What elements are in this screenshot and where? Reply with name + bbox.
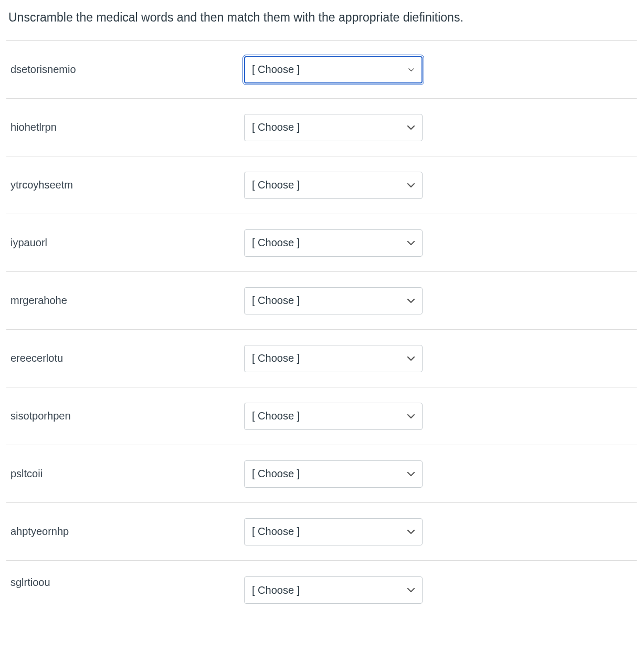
definition-select[interactable]: [ Choose ] xyxy=(244,345,423,372)
chevron-down-icon xyxy=(407,298,415,303)
select-value: [ Choose ] xyxy=(252,237,300,249)
select-wrap: [ Choose ] xyxy=(244,576,423,604)
match-row: dsetorisnemio[ Choose ] xyxy=(6,40,637,98)
select-value: [ Choose ] xyxy=(252,179,300,191)
match-row: sglrtioou[ Choose ] xyxy=(6,560,637,608)
definition-select[interactable]: [ Choose ] xyxy=(244,229,423,257)
chevron-down-icon xyxy=(407,414,415,418)
select-wrap: [ Choose ] xyxy=(244,229,423,257)
select-wrap: [ Choose ] xyxy=(244,114,423,141)
definition-select[interactable]: [ Choose ] xyxy=(244,172,423,199)
scrambled-word: sisotporhpen xyxy=(10,410,244,422)
select-wrap: [ Choose ] xyxy=(244,345,423,372)
scrambled-word: hiohetlrpn xyxy=(10,121,244,133)
scrambled-word: mrgerahohe xyxy=(10,295,244,307)
select-value: [ Choose ] xyxy=(252,352,300,364)
match-row: mrgerahohe[ Choose ] xyxy=(6,271,637,329)
match-rows: dsetorisnemio[ Choose ] hiohetlrpn[ Choo… xyxy=(6,40,637,608)
match-row: sisotporhpen[ Choose ] xyxy=(6,387,637,445)
chevron-down-icon xyxy=(407,588,415,593)
match-row: hiohetlrpn[ Choose ] xyxy=(6,98,637,156)
scrambled-word: dsetorisnemio xyxy=(10,64,244,76)
select-value: [ Choose ] xyxy=(252,295,300,307)
scrambled-word: psltcoii xyxy=(10,468,244,480)
definition-select[interactable]: [ Choose ] xyxy=(244,518,423,545)
select-wrap: [ Choose ] xyxy=(244,56,423,83)
select-value: [ Choose ] xyxy=(252,64,300,76)
definition-select[interactable]: [ Choose ] xyxy=(244,576,423,604)
scrambled-word: ereecerlotu xyxy=(10,352,244,364)
definition-select[interactable]: [ Choose ] xyxy=(244,287,423,314)
chevron-down-icon xyxy=(407,183,415,187)
select-value: [ Choose ] xyxy=(252,410,300,422)
chevron-down-icon xyxy=(407,471,415,476)
match-row: ereecerlotu[ Choose ] xyxy=(6,329,637,387)
select-wrap: [ Choose ] xyxy=(244,460,423,488)
select-value: [ Choose ] xyxy=(252,526,300,538)
match-row: psltcoii[ Choose ] xyxy=(6,445,637,502)
scrambled-word: ytrcoyhseetm xyxy=(10,179,244,191)
chevron-down-icon xyxy=(407,125,415,130)
definition-select[interactable]: [ Choose ] xyxy=(244,460,423,488)
chevron-down-icon xyxy=(408,68,414,71)
select-value: [ Choose ] xyxy=(252,584,300,596)
match-row: ahptyeornhp[ Choose ] xyxy=(6,502,637,560)
select-wrap: [ Choose ] xyxy=(244,287,423,314)
scrambled-word: iypauorl xyxy=(10,237,244,249)
question-container: Unscramble the medical words and then ma… xyxy=(0,0,643,608)
definition-select[interactable]: [ Choose ] xyxy=(244,403,423,430)
definition-select[interactable]: [ Choose ] xyxy=(244,56,423,83)
chevron-down-icon xyxy=(407,529,415,534)
chevron-down-icon xyxy=(407,240,415,245)
definition-select[interactable]: [ Choose ] xyxy=(244,114,423,141)
match-row: iypauorl[ Choose ] xyxy=(6,214,637,271)
question-prompt: Unscramble the medical words and then ma… xyxy=(6,10,637,25)
select-value: [ Choose ] xyxy=(252,468,300,480)
scrambled-word: ahptyeornhp xyxy=(10,526,244,538)
select-wrap: [ Choose ] xyxy=(244,403,423,430)
select-value: [ Choose ] xyxy=(252,121,300,133)
match-row: ytrcoyhseetm[ Choose ] xyxy=(6,156,637,214)
select-wrap: [ Choose ] xyxy=(244,518,423,545)
scrambled-word: sglrtioou xyxy=(10,576,244,589)
select-wrap: [ Choose ] xyxy=(244,172,423,199)
chevron-down-icon xyxy=(407,356,415,361)
